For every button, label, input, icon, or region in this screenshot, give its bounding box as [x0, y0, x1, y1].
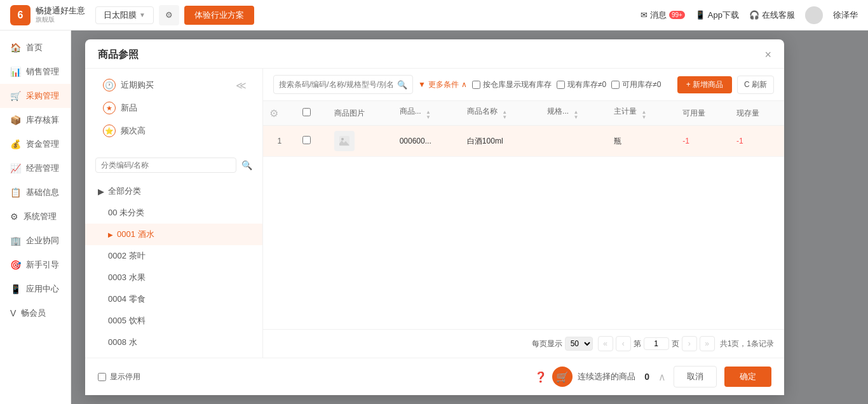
cat-fruit-label: 0003 水果	[108, 272, 146, 283]
recent-collapse-icon[interactable]: ≪	[234, 79, 247, 91]
category-search-icon[interactable]: 🔍	[241, 160, 252, 170]
cat-appliance[interactable]: 0010 家电	[85, 353, 262, 358]
membership-icon: V	[10, 308, 16, 318]
row-thumb-cell	[328, 126, 393, 157]
sidebar-label-home: 首页	[26, 42, 43, 53]
sidebar-item-inventory[interactable]: 📦 库存核算	[0, 108, 71, 132]
continuous-text: 连续选择的商品	[578, 371, 635, 382]
last-page-button[interactable]: »	[700, 336, 715, 351]
product-search-icon[interactable]: 🔍	[397, 80, 407, 90]
page-size-select[interactable]: 50	[565, 337, 593, 351]
code-sort-icon[interactable]: ▲▼	[426, 110, 431, 120]
settings-button[interactable]: ⚙	[159, 5, 179, 25]
cat-fruit[interactable]: 0003 水果	[85, 267, 262, 288]
app-download-button[interactable]: 📱 App下载	[695, 10, 739, 21]
more-filter-button[interactable]: ▼ 更多条件 ∧	[418, 79, 467, 90]
store-selector[interactable]: 日太阳膜 ▼	[95, 6, 154, 24]
cancel-button[interactable]: 取消	[674, 366, 717, 387]
cat-tea[interactable]: 0002 茶叶	[85, 245, 262, 267]
messages-button[interactable]: ✉ 消息 99+	[641, 10, 685, 21]
sidebar-item-purchase[interactable]: 🛒 采购管理	[0, 84, 71, 108]
cart-icon-button[interactable]: 🛒	[552, 367, 573, 387]
sidebar-item-membership[interactable]: V 畅会员	[0, 301, 71, 325]
gear-icon[interactable]: ⚙	[269, 108, 278, 119]
add-product-button[interactable]: + 新增商品	[677, 76, 732, 93]
page-size-label: 每页显示	[532, 339, 562, 349]
sidebar-label-membership: 畅会员	[21, 307, 46, 319]
clock-icon: 🕐	[103, 79, 116, 91]
product-search-input[interactable]	[279, 80, 393, 89]
row-checkbox-cell	[296, 126, 328, 157]
available-stock-checkbox-label[interactable]: 可用库存≠0	[611, 79, 661, 90]
cat-snack[interactable]: 0004 零食	[85, 288, 262, 310]
confirm-button[interactable]: 确定	[724, 367, 771, 387]
modal-footer: 显示停用 ❓ 🛒 连续选择的商品 0 ∧ 取消 确定	[85, 358, 784, 395]
category-search-row: 🔍	[85, 152, 262, 178]
table-row[interactable]: 1	[263, 126, 784, 157]
page-number-input[interactable]	[644, 337, 669, 350]
product-search-wrap: 🔍	[273, 75, 413, 94]
service-label: 在线客服	[762, 10, 795, 21]
recent-purchase-label: 近期购买	[121, 79, 154, 91]
trial-button[interactable]: 体验行业方案	[184, 6, 254, 25]
collapse-up-icon[interactable]: ∧	[658, 371, 666, 383]
logo-area: 6 畅捷通好生意 旗舰版	[10, 5, 85, 25]
available-stock-checkbox[interactable]	[611, 81, 620, 89]
cat-unclassified[interactable]: 00 未分类	[85, 202, 262, 224]
sidebar-item-sales[interactable]: 📊 销售管理	[0, 60, 71, 84]
prev-page-button[interactable]: ‹	[616, 336, 631, 351]
cat-all-label: 全部分类	[108, 185, 141, 197]
show-disabled-label[interactable]: 显示停用	[98, 372, 140, 382]
warehouse-stock-checkbox-label[interactable]: 按仓库显示现有库存	[472, 79, 552, 90]
sidebar-item-apps[interactable]: 📱 应用中心	[0, 277, 71, 301]
current-stock-checkbox[interactable]	[557, 81, 565, 89]
help-icon[interactable]: ❓	[534, 371, 547, 383]
show-disabled-checkbox[interactable]	[98, 373, 106, 381]
sidebar-label-inventory: 库存核算	[26, 114, 59, 126]
modal-title: 商品参照	[98, 48, 139, 62]
cat-liquor[interactable]: ▶ 0001 酒水	[85, 224, 262, 245]
sidebar-item-system[interactable]: ⚙ 系统管理	[0, 205, 71, 229]
next-page-button[interactable]: ›	[682, 336, 697, 351]
sidebar-item-home[interactable]: 🏠 首页	[0, 36, 71, 60]
refresh-button[interactable]: C 刷新	[737, 76, 774, 94]
guide-icon: 🎯	[10, 260, 21, 270]
system-icon: ⚙	[10, 212, 18, 222]
select-all-checkbox[interactable]	[302, 108, 311, 116]
row-name: 白酒100ml	[461, 126, 541, 157]
product-table: ⚙ 商品图片 商品...	[263, 101, 784, 157]
unit-sort-icon[interactable]: ▲▼	[641, 110, 646, 120]
star-icon: ★	[103, 102, 116, 114]
modal-close-button[interactable]: ×	[764, 48, 771, 62]
right-panel: 🔍 ▼ 更多条件 ∧ 按仓库显示现有库存	[263, 69, 784, 358]
sidebar-item-guide[interactable]: 🎯 新手引导	[0, 253, 71, 277]
row-checkbox[interactable]	[302, 136, 311, 144]
cat-water[interactable]: 0008 水	[85, 332, 262, 353]
main-layout: 🏠 首页 📊 销售管理 🛒 采购管理 📦 库存核算 💰 资金管理 📈 经营管理 …	[0, 30, 868, 404]
category-search-input[interactable]	[95, 158, 236, 173]
name-sort-icon[interactable]: ▲▼	[502, 110, 507, 120]
online-service-button[interactable]: 🎧 在线客服	[749, 10, 795, 21]
sidebar-item-basic-info[interactable]: 📋 基础信息	[0, 180, 71, 205]
frequent-item[interactable]: ⭐ 频次高	[95, 119, 252, 142]
spec-sort-icon[interactable]: ▲▼	[573, 110, 578, 120]
message-icon: ✉	[641, 10, 648, 20]
col-stock-label: 现存量	[736, 109, 759, 118]
current-stock-checkbox-label[interactable]: 现有库存≠0	[557, 79, 606, 90]
username-area[interactable]: 徐泽华	[833, 10, 858, 21]
left-nav: 🕐 近期购买 ≪ ★ 新品 ⭐ 频次高	[85, 69, 262, 147]
warehouse-stock-label: 按仓库显示现有库存	[483, 79, 552, 90]
first-page-button[interactable]: «	[598, 336, 613, 351]
col-unit-label: 主计量	[614, 107, 637, 116]
frequent-icon: ⭐	[103, 125, 116, 137]
cat-all[interactable]: ▶ 全部分类	[85, 180, 262, 202]
sidebar-item-enterprise[interactable]: 🏢 企业协同	[0, 229, 71, 253]
sidebar-item-finance[interactable]: 💰 资金管理	[0, 132, 71, 156]
recent-purchase-item[interactable]: 🕐 近期购买 ≪	[95, 74, 252, 97]
page-size-selector: 每页显示 50	[532, 337, 593, 351]
cat-beverage[interactable]: 0005 饮料	[85, 310, 262, 332]
warehouse-stock-checkbox[interactable]	[472, 81, 480, 89]
sidebar-item-operations[interactable]: 📈 经营管理	[0, 156, 71, 180]
col-stock: 现存量	[730, 101, 784, 126]
new-product-item[interactable]: ★ 新品	[95, 97, 252, 119]
